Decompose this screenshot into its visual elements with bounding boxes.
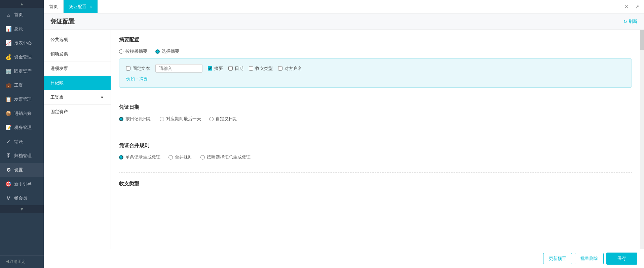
left-nav-item-fixed-assets[interactable]: 固定资产 [44,105,111,119]
asset-icon: 🏢 [5,68,11,74]
left-nav: 公共选项 销项发票 进项发票 日记账 工资表 ▼ 固定资产 [44,30,111,249]
summary-checkbox[interactable] [208,66,212,71]
report-icon: 📈 [5,40,11,46]
custom-date-option[interactable]: 自定义日期 [209,116,237,122]
sidebar-item-purchase-sales[interactable]: 📦 进销台账 [0,106,44,121]
sidebar-item-guide[interactable]: 🎯 新手引导 [0,177,44,191]
sidebar-item-invoice[interactable]: 📋 发票管理 [0,92,44,106]
archive-icon: 🗄 [5,153,11,159]
save-button[interactable]: 保存 [606,253,637,265]
sidebar: ▲ ⌂ 首页 📊 总账 📈 报表中心 💰 资金管理 🏢 固定资产 💼 工资 📋 … [0,0,44,268]
merge-section-title: 凭证合并规则 [119,142,632,149]
scrollbar-thumb[interactable] [640,30,644,50]
counterparty-checkbox-option[interactable]: 对方户名 [278,65,302,72]
summary-checkboxes-row: 固定文本 摘要 日期 收支类型 [126,64,625,73]
sidebar-item-reports[interactable]: 📈 报表中心 [0,36,44,50]
custom-date-radio[interactable] [209,117,214,121]
summary-checkbox-option[interactable]: 摘要 [208,65,223,72]
tab-controls: ✕ ⤢ [622,3,644,10]
date-checkbox[interactable] [228,66,233,71]
batch-delete-button[interactable]: 批量删除 [575,253,604,264]
tab-voucher-config[interactable]: 凭证配置 × [64,0,98,13]
select-summary-option[interactable]: 选择摘要 [155,48,179,54]
chevron-down-icon: ▼ [100,95,104,99]
template-summary-option[interactable]: 按模板摘要 [119,48,147,54]
sidebar-item-payroll[interactable]: 💼 工资 [0,78,44,92]
fund-icon: 💰 [5,54,11,60]
sidebar-item-funds[interactable]: 💰 资金管理 [0,50,44,64]
main-content: 摘要配置 按模板摘要 选择摘要 固定文本 [111,30,640,249]
journal-date-option[interactable]: 按日记账日期 [119,116,152,122]
summary-section-title: 摘要配置 [119,37,632,43]
single-record-option[interactable]: 单条记录生成凭证 [119,154,160,160]
maximize-icon[interactable]: ⤢ [633,3,641,10]
guide-icon: 🎯 [5,181,11,187]
sidebar-item-home[interactable]: ⌂ 首页 [0,8,44,22]
bottom-bar: 更新预置 批量删除 保存 [44,249,644,268]
purchase-icon: 📦 [5,110,11,117]
sidebar-item-assets[interactable]: 🏢 固定资产 [0,64,44,78]
fixed-text-checkbox-option[interactable]: 固定文本 [126,65,150,72]
template-summary-radio[interactable] [119,49,123,54]
merge-rules-option[interactable]: 合并规则 [168,154,192,160]
main-area: 首页 凭证配置 × ✕ ⤢ 凭证配置 ↻ 刷新 公共选项 销项发票 进项 [44,0,644,268]
income-expense-section-title: 收支类型 [119,181,632,187]
summary-radio-group: 按模板摘要 选择摘要 [119,48,632,54]
close-window-icon[interactable]: ✕ [622,3,631,10]
sidebar-item-archive[interactable]: 🗄 归档管理 [0,149,44,163]
tab-bar: 首页 凭证配置 × ✕ ⤢ [44,0,644,13]
left-nav-item-payroll-table[interactable]: 工资表 ▼ [44,90,111,105]
tab-home[interactable]: 首页 [44,0,64,13]
invoice-icon: 📋 [5,96,11,102]
update-preset-button[interactable]: 更新预置 [543,253,572,264]
date-section: 凭证日期 按日记账日期 对应期间最后一天 自定义日期 [119,104,632,134]
left-nav-item-journal[interactable]: 日记账 [44,76,111,90]
page-header: 凭证配置 ↻ 刷新 [44,13,644,30]
single-record-radio[interactable] [119,155,123,160]
summary-example: 例如：摘要 [126,76,625,82]
date-section-title: 凭证日期 [119,104,632,110]
left-nav-item-purchase-invoice[interactable]: 进项发票 [44,61,111,76]
settlement-icon: ✓ [5,139,11,145]
left-nav-item-public[interactable]: 公共选项 [44,33,111,47]
tax-icon: 📝 [5,125,11,131]
merge-radio-group: 单条记录生成凭证 合并规则 按照选择汇总生成凭证 [119,154,632,160]
fixed-text-input[interactable] [155,64,202,73]
summary-section: 摘要配置 按模板摘要 选择摘要 固定文本 [119,37,632,96]
merge-rules-radio[interactable] [168,155,173,160]
tab-close-icon[interactable]: × [90,4,92,9]
period-last-day-option[interactable]: 对应期间最后一天 [160,116,201,122]
right-scrollbar[interactable] [640,30,644,249]
summary-config-box: 固定文本 摘要 日期 收支类型 [119,58,632,88]
sidebar-item-settings[interactable]: ⚙ 设置 [0,163,44,177]
journal-date-radio[interactable] [119,117,123,121]
sidebar-item-settlement[interactable]: ✓ 结账 [0,135,44,149]
page-title: 凭证配置 [50,17,75,26]
home-icon: ⌂ [5,12,11,18]
sidebar-item-ledger[interactable]: 📊 总账 [0,22,44,36]
sidebar-scroll-down[interactable]: ▼ [0,205,44,213]
sidebar-unpin[interactable]: ◀取消固定 [0,255,44,268]
income-expense-checkbox-option[interactable]: 收支类型 [249,65,273,72]
sidebar-item-tax[interactable]: 📝 税务管理 [0,121,44,135]
left-nav-item-sales-invoice[interactable]: 销项发票 [44,47,111,61]
fixed-text-checkbox[interactable] [126,66,130,71]
date-radio-group: 按日记账日期 对应期间最后一天 自定义日期 [119,116,632,122]
refresh-button[interactable]: ↻ 刷新 [623,18,637,25]
chart-icon: 📊 [5,26,11,32]
merge-section: 凭证合并规则 单条记录生成凭证 合并规则 按照选择汇总生成凭证 [119,142,632,173]
sidebar-item-member[interactable]: V 畅会员 [0,191,44,205]
counterparty-checkbox[interactable] [278,66,282,71]
refresh-icon: ↻ [623,19,627,24]
date-checkbox-option[interactable]: 日期 [228,65,243,72]
member-icon: V [5,195,11,201]
income-expense-section: 收支类型 [119,181,632,200]
payroll-icon: 💼 [5,82,11,88]
select-summary-generate-option[interactable]: 按照选择汇总生成凭证 [200,154,251,160]
select-summary-radio[interactable] [155,49,160,54]
settings-icon: ⚙ [5,167,11,173]
select-summary-generate-radio[interactable] [200,155,205,160]
sidebar-scroll-up[interactable]: ▲ [0,0,44,8]
income-expense-checkbox[interactable] [249,66,253,71]
period-last-day-radio[interactable] [160,117,164,121]
